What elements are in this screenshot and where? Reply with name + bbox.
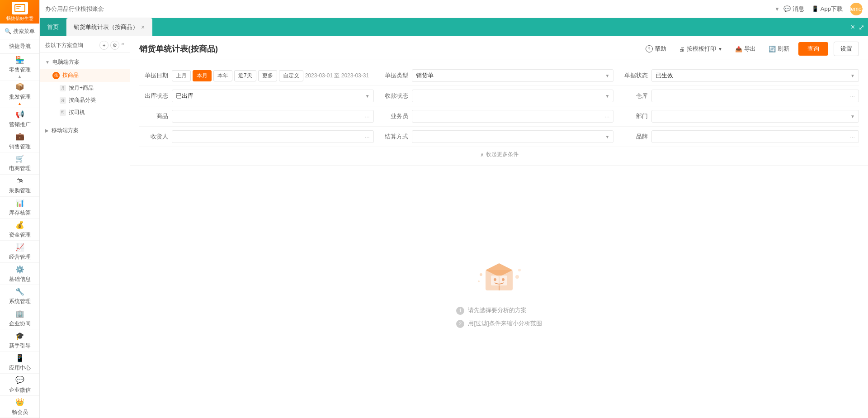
brand-dots[interactable]: ··· [850,133,855,140]
refresh-btn[interactable]: 🔄 刷新 [765,43,793,55]
receiver-dots[interactable]: ··· [365,133,370,140]
topbar-dropdown[interactable]: ▼ [774,6,780,12]
tree-item-by-month[interactable]: 月 按月+商品 [40,82,130,94]
sidebar-item-app-center[interactable]: 📱 应用中心 [0,352,40,374]
tree-item-by-product[interactable]: 按 按商品 [40,69,130,82]
refresh-label: 刷新 [778,45,789,53]
quick-nav[interactable]: 快捷导航 [0,39,40,54]
doctype-select[interactable]: 销货单 ▼ [412,69,614,82]
salesman-input[interactable]: ··· [412,110,614,123]
empty-state: 1 请先选择要分析的方案 2 用[过滤]条件来缩小分析范围 [130,166,868,418]
enterprise-label: 企业协同 [9,320,31,328]
right-panel: 销货单统计表(按商品) ? 帮助 🖨 按模板打印 ▼ 📤 导出 [130,36,868,418]
filter-docstatus-cell: 单据状态 已生效 ▼ [619,66,859,86]
date-more[interactable]: 更多 [258,70,277,81]
sidebar-item-vip[interactable]: 👑 畅会员 [0,396,40,418]
sidebar-item-inventory[interactable]: 📊 库存核算 [0,197,40,219]
docstatus-select[interactable]: 已生效 ▼ [651,69,859,82]
date-custom[interactable]: 自定义 [279,70,303,81]
by-category-label: 按商品分类 [69,96,96,104]
settlement-select[interactable]: ▼ [412,130,614,143]
purchase-icon: 🛍 [16,176,24,186]
step1-text: 请先选择要分析的方案 [468,306,527,314]
filter-department-cell: 部门 ▼ [619,106,859,127]
sidebar-item-ecommerce[interactable]: 🛒 电商管理 [0,152,40,175]
sidebar-item-basic[interactable]: ⚙️ 基础信息 [0,263,40,285]
date-last-month[interactable]: 上月 [172,70,191,81]
receiver-input[interactable]: ··· [172,130,374,143]
warehouse-dots[interactable]: ··· [850,93,855,100]
settings-button[interactable]: 设置 [834,42,859,56]
sales-label: 销售管理 [9,143,31,151]
sidebar-item-system[interactable]: 🔧 系统管理 [0,285,40,307]
tab-sales-stat[interactable]: 销货单统计表（按商品） × [66,18,152,36]
help-btn[interactable]: ? 帮助 [642,43,670,55]
date-this-year[interactable]: 本年 [213,70,232,81]
department-select[interactable]: ▼ [651,110,859,123]
filter-brand-cell: 品牌 ··· [619,127,859,147]
filter-area: 单据日期 上月 本月 本年 近7天 更多 自定义 2023-03-01 至 20… [130,60,868,166]
message-icon: 💬 [783,5,791,12]
tree-item-by-category[interactable]: 分 按商品分类 [40,94,130,106]
by-driver-label: 按司机 [69,109,85,116]
close-tab-btn[interactable]: × [141,24,145,30]
sidebar-item-operations[interactable]: 📈 经营管理 [0,241,40,263]
settlement-label: 结算方式 [379,133,412,141]
sidebar-item-marketing[interactable]: 📢 营销推广 [0,108,40,130]
tab-home[interactable]: 首页 [40,18,66,36]
maximize-btn[interactable]: ⤢ [859,23,864,32]
sidebar-item-purchase[interactable]: 🛍 采购管理 [0,175,40,197]
inventory-label: 库存核算 [9,209,31,217]
step2-num: 2 [456,320,464,328]
template-print-btn[interactable]: 🖨 按模板打印 ▼ [675,43,726,55]
marketing-icon: 📢 [15,109,24,119]
warehouse-input[interactable]: ··· [651,90,859,102]
collapse-panel-btn[interactable]: « [121,41,124,50]
add-scheme-btn[interactable]: + [99,41,108,50]
department-label: 部门 [619,112,651,120]
search-menu[interactable]: 🔍 搜索菜单 [0,24,40,39]
query-button[interactable]: 查询 [798,42,828,56]
app-logo[interactable]: 畅捷信好生意 [0,0,40,24]
collapse-up-icon: ∧ [480,152,484,158]
purchase-label: 采购管理 [9,187,31,195]
sidebar-item-wholesale[interactable]: 📦 批发管理 ▲ [0,81,40,108]
filter-doctype-cell: 单据类型 销货单 ▼ [379,66,619,86]
newbie-label: 新手引导 [9,342,31,350]
docstatus-caret: ▼ [850,73,855,78]
close-window-btn[interactable]: × [851,23,855,31]
sidebar-item-enterprise[interactable]: 🏢 企业协同 [0,307,40,329]
stock-label: 出库状态 [139,92,172,100]
date-this-month[interactable]: 本月 [193,70,212,81]
pc-section: ▼ 电脑端方案 按 按商品 月 按月+商品 分 按商品分类 司 按司 [40,53,130,121]
sidebar-item-wechat[interactable]: 💬 企业微信 [0,374,40,396]
settings-scheme-btn[interactable]: ⚙ [110,41,119,50]
sidebar-item-newbie[interactable]: 🎓 新手引导 [0,329,40,352]
date-last-7-days[interactable]: 近7天 [234,70,256,81]
tree-item-by-driver[interactable]: 司 按司机 [40,106,130,119]
receipt-select[interactable]: ▼ [412,90,614,102]
user-avatar[interactable]: demo2 [850,3,863,15]
filter-stock-cell: 出库状态 已出库 ▼ [139,86,379,106]
mobile-section-header[interactable]: ▶ 移动端方案 [40,124,130,137]
salesman-label: 业务员 [379,112,412,120]
salesman-dots[interactable]: ··· [604,113,609,120]
export-btn[interactable]: 📤 导出 [731,43,760,55]
product-input[interactable]: ··· [172,110,374,123]
brand-input[interactable]: ··· [651,130,859,143]
product-dots[interactable]: ··· [365,113,370,120]
search-icon: 🔍 [5,28,11,34]
stock-select[interactable]: 已出库 ▼ [172,90,374,102]
sidebar-item-retail[interactable]: 🏪 零售管理 ▲ [0,54,40,81]
pc-section-header[interactable]: ▼ 电脑端方案 [40,56,130,69]
sidebar-item-sales[interactable]: 💼 销售管理 [0,130,40,152]
help-icon: ? [646,45,653,52]
step1-num: 1 [456,307,464,315]
messages-btn[interactable]: 💬 消息 [783,5,804,13]
app-download-btn[interactable]: 📱 App下载 [811,5,843,13]
sidebar-item-finance[interactable]: 💰 资金管理 [0,219,40,241]
operations-icon: 📈 [15,242,24,252]
collapse-filter-btn[interactable]: ∧ 收起更多条件 [139,147,859,160]
by-category-icon: 分 [60,97,66,104]
download-icon: 📱 [811,5,819,12]
